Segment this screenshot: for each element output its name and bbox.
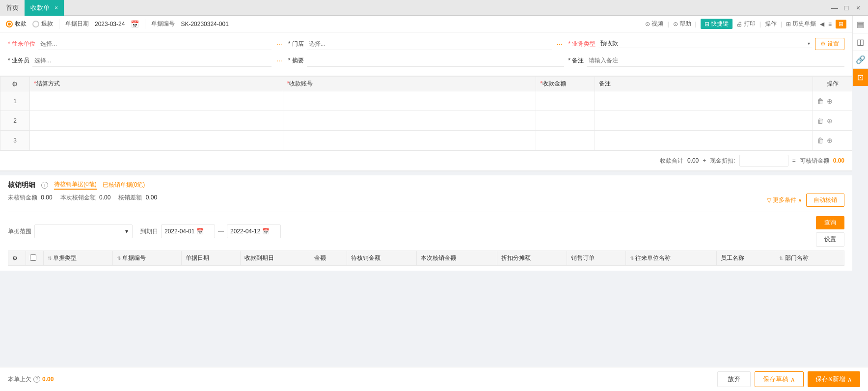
- row-3-remark[interactable]: [595, 131, 813, 150]
- row-2-delete-icon[interactable]: 🗑: [817, 117, 824, 125]
- bt-col-type-label: 单据类型: [53, 254, 77, 261]
- maximize-button[interactable]: □: [842, 4, 850, 12]
- sidebar-icon-1[interactable]: ▤: [852, 16, 868, 33]
- sep3: |: [760, 21, 761, 28]
- staff-label: 业务员: [8, 56, 29, 65]
- settings-grid-btn[interactable]: ⊞: [836, 20, 846, 28]
- date-from-input[interactable]: 2022-04-01 📅: [161, 224, 215, 238]
- radio-refund[interactable]: 退款: [32, 20, 53, 28]
- table-settings-icon[interactable]: ⚙: [12, 80, 18, 88]
- history-label: 历史单据: [792, 20, 816, 28]
- print-icon: 🖨: [736, 21, 742, 28]
- calendar-icon[interactable]: 📅: [131, 20, 139, 28]
- business-type-field: 业务类型 预收款 ▾ ⚙ 设置: [568, 38, 844, 50]
- partner-more-icon[interactable]: ···: [274, 40, 284, 48]
- row-3-settlement[interactable]: [30, 131, 283, 150]
- tab-receipt[interactable]: 收款单 ×: [25, 0, 64, 16]
- row-1-delete-icon[interactable]: 🗑: [817, 97, 824, 105]
- filter-action-buttons: 查询 设置: [816, 216, 844, 247]
- tab-close-icon[interactable]: ×: [54, 0, 58, 16]
- bt-col-partner-label: 往来单位名称: [635, 254, 671, 261]
- current-value: 0.00: [99, 194, 110, 201]
- range-select[interactable]: ▾: [34, 224, 133, 238]
- date-to-input[interactable]: 2022-04-12 📅: [227, 224, 281, 238]
- print-btn[interactable]: 🖨 打印: [736, 20, 756, 28]
- row-3-copy-icon[interactable]: ⊕: [827, 137, 833, 144]
- verify-tab-done[interactable]: 已核销单据(0笔): [103, 181, 145, 189]
- bt-col-discount-label: 折扣分摊额: [501, 254, 531, 261]
- form-area: 往来单位 ··· 门店 ··· 业务类型 预收款 ▾ ⚙ 设置: [0, 32, 852, 76]
- discount-input[interactable]: [739, 155, 788, 167]
- bt-col-pending: 待核销金额: [347, 251, 417, 266]
- verify-info-icon[interactable]: i: [41, 182, 48, 189]
- due-date-label: 到期日: [140, 227, 158, 236]
- verify-table: ⚙ ⇅ 单据类型 ⇅ 单据编号: [8, 251, 844, 266]
- sort-partner-icon: ⇅: [630, 255, 634, 261]
- partner-input[interactable]: [38, 37, 271, 50]
- history-icon: ⊞: [786, 21, 791, 28]
- business-type-select[interactable]: 预收款 ▾: [598, 39, 812, 48]
- operation-label: 操作: [765, 20, 777, 28]
- row-3-amount[interactable]: [536, 131, 595, 150]
- unclaimed-value: 0.00: [41, 194, 52, 201]
- row-1-copy-icon[interactable]: ⊕: [827, 97, 833, 105]
- shop-more-icon[interactable]: ···: [555, 40, 565, 48]
- settings-button[interactable]: ⚙ 设置: [815, 38, 844, 50]
- staff-more-icon[interactable]: ···: [274, 56, 284, 64]
- row-1-amount[interactable]: [536, 91, 595, 111]
- row-3-delete-icon[interactable]: 🗑: [817, 137, 824, 144]
- row-3-account[interactable]: [283, 131, 536, 150]
- video-btn[interactable]: ⊙ 视频: [645, 20, 663, 28]
- tab-home-label: 首页: [6, 0, 19, 16]
- row-1-num: 1: [0, 91, 30, 111]
- row-2-account[interactable]: [283, 111, 536, 131]
- more-conditions-label: 更多条件: [773, 196, 796, 204]
- help-btn[interactable]: ⊙ 帮助: [673, 20, 691, 28]
- sidebar-icon-2[interactable]: ◫: [852, 33, 868, 51]
- radio-collect[interactable]: 收款: [6, 20, 27, 28]
- summary-label: 摘要: [288, 56, 304, 65]
- history-btn[interactable]: ⊞ 历史单据: [786, 20, 816, 28]
- close-window-button[interactable]: ×: [854, 4, 862, 12]
- top-toolbar: 收款 退款 单据日期 2023-03-24 📅 单据编号 SK-20230324…: [0, 16, 852, 32]
- data-table-container: ⚙ *结算方式 *收款账号 *收款金额 备注 操作: [0, 76, 852, 150]
- sep4: |: [781, 21, 782, 28]
- summary-bar: 收款合计 0.00 + 现金折扣: = 可核销金额 0.00: [0, 150, 852, 171]
- remark-input[interactable]: [587, 54, 844, 67]
- query-button[interactable]: 查询: [816, 216, 844, 229]
- date-label: 单据日期: [65, 20, 89, 28]
- row-2-amount[interactable]: [536, 111, 595, 131]
- minimize-button[interactable]: —: [831, 4, 839, 12]
- filter-icon: ▽: [767, 197, 771, 204]
- staff-input[interactable]: [32, 54, 271, 67]
- available-label: 可核销金额: [800, 157, 829, 165]
- staff-field: 业务员 ···: [8, 54, 284, 67]
- shop-input[interactable]: [307, 37, 552, 50]
- row-1-account[interactable]: [283, 91, 536, 111]
- summary-input[interactable]: [307, 54, 565, 67]
- bt-select-all-checkbox[interactable]: [30, 254, 36, 261]
- number-value: SK-20230324-001: [181, 21, 228, 28]
- operation-btn[interactable]: 操作: [765, 20, 777, 28]
- tab-home[interactable]: 首页: [0, 0, 25, 16]
- row-2-settlement[interactable]: [30, 111, 283, 131]
- auto-verify-button[interactable]: 自动核销: [806, 194, 844, 207]
- shortcut-btn[interactable]: ⊟ 快捷键: [701, 19, 732, 29]
- more-conditions-btn[interactable]: ▽ 更多条件 ∧: [767, 196, 802, 204]
- verify-tab-pending[interactable]: 待核销单据(0笔): [54, 180, 97, 190]
- nav-left-icon[interactable]: ◀: [820, 21, 824, 28]
- row-3-num: 3: [0, 131, 30, 150]
- row-2-copy-icon[interactable]: ⊕: [827, 117, 833, 125]
- sidebar-icon-4[interactable]: ⊡: [852, 69, 868, 86]
- collect-total-label: 收款合计: [660, 157, 683, 165]
- layout-btn[interactable]: ≡: [828, 21, 832, 28]
- row-1-remark[interactable]: [595, 91, 813, 111]
- verify-settings-button[interactable]: 设置: [816, 232, 844, 247]
- row-2-remark[interactable]: [595, 111, 813, 131]
- table-row: 2 🗑 ⊕: [0, 111, 852, 131]
- row-1-settlement[interactable]: [30, 91, 283, 111]
- remark-field: 备注: [568, 54, 844, 67]
- settings-grid-icon: ⊞: [839, 21, 843, 28]
- bt-gear-icon[interactable]: ⚙: [12, 255, 18, 262]
- sidebar-icon-3[interactable]: 🔗: [852, 51, 868, 69]
